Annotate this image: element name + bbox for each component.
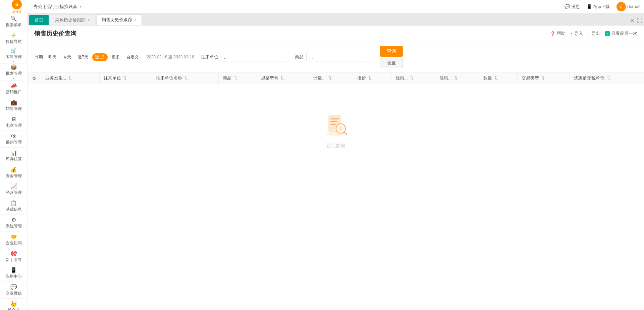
tab-maximize-icon[interactable]: ⛶ — [637, 18, 642, 24]
sidebar-item-quick-nav[interactable]: ⚡ 快捷导航 — [0, 30, 27, 47]
empty-text: 暂无数据 — [326, 143, 345, 149]
tab-sales-close-icon[interactable]: × — [134, 17, 137, 22]
logo-icon: 6 — [12, 0, 22, 9]
col-trade-type[interactable]: 交易类型 ⇅ — [517, 72, 570, 84]
wechat-label: 企业微信 — [6, 291, 22, 296]
only-last-checkbox[interactable]: ✓ — [605, 31, 610, 36]
sidebar-item-ecommerce[interactable]: 🖥 电商管理 — [0, 114, 27, 131]
col-biz-date[interactable]: 业务发生... ⇅ — [41, 72, 99, 84]
goods-dots-icon[interactable]: ··· — [366, 54, 370, 60]
col-unit-name-sort-icon: ⇅ — [184, 75, 188, 81]
sidebar-item-purchase-mgmt[interactable]: 🛍 采购管理 — [0, 131, 27, 148]
app-download-label: App下载 — [593, 4, 610, 10]
system-mgmt-icon: ⚙ — [11, 217, 16, 223]
tab-home[interactable]: 首页 — [29, 15, 49, 25]
marketing-label: 营销推广 — [6, 90, 22, 95]
wholesale-arrow-icon: ▴ — [13, 76, 14, 80]
retail-arrow-icon: ▾ — [13, 59, 14, 63]
logo-text: 标准版 — [12, 10, 21, 14]
col-qty[interactable]: 数量 ⇅ — [479, 72, 517, 84]
page-title-bar: 销售历史价查询 ❓ 帮助 ↑ 导入 ↓ 导出 ✓ — [28, 25, 644, 42]
sidebar-item-marketing[interactable]: 📣 营销推广 — [0, 81, 27, 97]
empty-icon — [322, 111, 349, 138]
message-btn[interactable]: 💬 消息 — [565, 4, 580, 10]
search-menu-icon: 🔍 — [10, 15, 17, 22]
unit-dots-icon[interactable]: ··· — [280, 54, 285, 60]
col-unit-code[interactable]: 往来单位 ⇅ — [99, 72, 152, 84]
guide-label: 新手引导 — [6, 257, 22, 263]
wechat-icon: 💬 — [10, 284, 17, 290]
col-discount2-sort-icon: ⇅ — [454, 75, 458, 81]
table-wrap: ⚙ 业务发生... ⇅ 往来单位 ⇅ 往来单位名称 ⇅ — [28, 72, 644, 176]
query-button[interactable]: 查询 — [380, 46, 403, 57]
col-spec-sort-icon: ⇅ — [280, 75, 284, 81]
help-btn[interactable]: ❓ 帮助 — [550, 31, 566, 37]
date-opt-yesterday[interactable]: 昨天 — [46, 53, 59, 61]
sidebar-item-retail-mgmt[interactable]: 🛒 零售管理 ▾ — [0, 47, 27, 64]
col-gear[interactable]: ⚙ — [28, 72, 41, 84]
sidebar-item-basic-info[interactable]: 📋 基础信息 — [0, 198, 27, 215]
empty-state: 暂无数据 — [28, 84, 644, 176]
inventory-label: 库存核算 — [6, 157, 22, 162]
sidebar-item-finance[interactable]: 💰 资金管理 — [0, 164, 27, 181]
marketing-icon: 📣 — [10, 83, 17, 89]
sidebar-item-inventory[interactable]: 📊 库存核算 — [0, 148, 27, 164]
inventory-icon: 📊 — [10, 150, 17, 156]
help-label: 帮助 — [557, 31, 566, 37]
col-goods[interactable]: 商品 ⇅ — [219, 72, 257, 84]
sidebar-item-enterprise[interactable]: 🤝 企业协同 — [0, 231, 27, 248]
tab-close-all-icon[interactable]: ✕ — [630, 17, 634, 24]
sidebar-item-member[interactable]: 👑 畅会员 — [0, 299, 27, 310]
goods-input[interactable] — [309, 55, 366, 60]
date-opt-custom[interactable]: 自定义 — [124, 53, 141, 61]
unit-label: 往来单位 — [201, 54, 218, 60]
wholesale-mgmt-label: 批发管理 — [6, 71, 22, 76]
sidebar-item-system-mgmt[interactable]: ⚙ 系统管理 — [0, 215, 27, 231]
account-dropdown[interactable]: 办公用品行业模拟账套 ▼ — [34, 4, 82, 10]
sidebar-item-search-menu[interactable]: 🔍 搜索菜单 — [0, 13, 27, 30]
user-profile[interactable]: d demo2 — [616, 2, 641, 11]
col-spec[interactable]: 规格型号 ⇅ — [257, 72, 309, 84]
date-opt-7days[interactable]: 近7天 — [75, 53, 91, 61]
date-opt-today[interactable]: 今天 — [60, 53, 74, 61]
sidebar-item-wechat[interactable]: 💬 企业微信 — [0, 282, 27, 299]
settings-button[interactable]: 设置 — [380, 58, 403, 68]
sidebar-item-sales-mgmt[interactable]: 💼 销售管理 — [0, 97, 27, 114]
app-download-btn[interactable]: 📱 App下载 — [587, 4, 610, 10]
finance-icon: 💰 — [10, 166, 17, 173]
app-download-icon: 📱 — [587, 4, 592, 9]
col-price-sort-icon: ⇅ — [368, 75, 372, 81]
finance-label: 资金管理 — [6, 173, 22, 179]
col-unit-code-sort-icon: ⇅ — [123, 75, 127, 81]
svg-rect-4 — [330, 124, 336, 125]
sidebar-item-business-mgmt[interactable]: 📈 经营管理 — [0, 181, 27, 198]
col-discount2[interactable]: 优惠... ⇅ — [435, 72, 479, 84]
dropdown-arrow-icon: ▼ — [79, 5, 82, 8]
tab-purchase-close-icon[interactable]: × — [88, 18, 90, 22]
tab-sales-history[interactable]: 销售历史价跟踪 × — [96, 14, 142, 25]
purchase-mgmt-label: 采购管理 — [6, 140, 22, 145]
import-btn[interactable]: ↑ 导入 — [571, 31, 583, 37]
col-unit-sort-icon: ⇅ — [328, 75, 332, 81]
sidebar-item-wholesale-mgmt[interactable]: 📦 批发管理 ▴ — [0, 64, 27, 81]
goods-input-wrap: ··· — [306, 53, 373, 61]
goods-label: 商品 — [295, 54, 304, 60]
logo-char: 6 — [15, 2, 18, 7]
unit-input[interactable] — [224, 55, 281, 60]
only-last-wrap[interactable]: ✓ 只看最后一次 — [605, 31, 637, 37]
tab-purchase-history[interactable]: 采购历史价跟踪 × — [50, 15, 95, 25]
date-opt-1month[interactable]: 近1月 — [92, 53, 108, 61]
basic-info-label: 基础信息 — [6, 207, 22, 212]
guide-icon: 🎯 — [10, 250, 17, 257]
col-price[interactable]: 报价 ⇅ — [353, 72, 391, 84]
col-no-tax-price[interactable]: 优惠前无税单价 ⇅ — [570, 72, 644, 84]
export-icon: ↓ — [588, 31, 590, 36]
col-discount1[interactable]: 优惠... ⇅ — [391, 72, 435, 84]
col-unit[interactable]: 计量... ⇅ — [309, 72, 353, 84]
sidebar-item-app-center[interactable]: 📱 应用中心 — [0, 265, 27, 282]
import-label: 导入 — [574, 31, 583, 37]
date-opt-more[interactable]: 更多 — [109, 53, 122, 61]
col-unit-name[interactable]: 往来单位名称 ⇅ — [152, 72, 219, 84]
sidebar-item-guide[interactable]: 🎯 新手引导 — [0, 248, 27, 265]
export-btn[interactable]: ↓ 导出 — [588, 31, 600, 37]
